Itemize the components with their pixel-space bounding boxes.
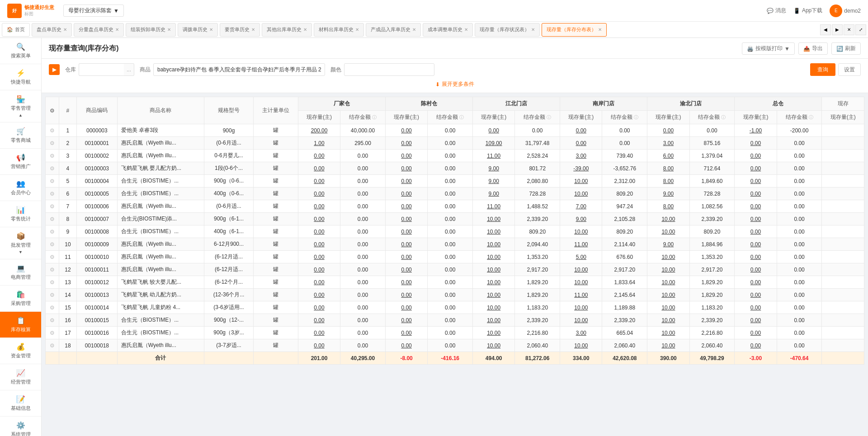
sidebar-item-basic[interactable]: 📝 基础信息 xyxy=(0,390,41,417)
cell-total-stock[interactable]: 0.00 xyxy=(735,251,777,263)
close-icon[interactable]: ✕ xyxy=(209,27,213,32)
cell-cl-stock[interactable]: 0.00 xyxy=(385,124,427,137)
cell-yb-stock[interactable]: 6.00 xyxy=(647,150,689,162)
cell-cl-stock[interactable]: 0.00 xyxy=(385,289,427,301)
cell-fk-stock[interactable]: 0.00 xyxy=(298,188,340,200)
sidebar-item-ecommerce[interactable]: 💻 电商管理 xyxy=(0,259,41,286)
sidebar-item-finance[interactable]: 💰 资金管理 xyxy=(0,338,41,364)
close-icon[interactable]: ✕ xyxy=(303,27,307,32)
cell-yb-stock[interactable]: 9.00 xyxy=(647,238,689,251)
tab-assembly[interactable]: 组装拆卸单历史 ✕ xyxy=(126,23,176,37)
tab-material-out[interactable]: 材料出库单历史 ✕ xyxy=(314,23,364,37)
cell-jb-stock[interactable]: 11.00 xyxy=(473,200,515,213)
cell-cl-stock[interactable]: 0.00 xyxy=(385,327,427,339)
cell-yb-stock[interactable]: 9.00 xyxy=(647,188,689,200)
cell-yb-stock[interactable]: 10.00 xyxy=(647,263,689,276)
cell-total-stock[interactable]: 0.00 xyxy=(735,263,777,276)
cell-total-stock[interactable]: 0.00 xyxy=(735,327,777,339)
cell-fk-stock[interactable]: 0.00 xyxy=(298,238,340,251)
close-icon[interactable]: ✕ xyxy=(598,27,602,32)
cell-jb-stock[interactable]: 10.00 xyxy=(473,238,515,251)
tab-stock-dist[interactable]: 现存量（库存分布表） ✕ xyxy=(542,23,607,37)
cell-yb-stock[interactable]: 8.00 xyxy=(647,175,689,188)
cell-cl-stock[interactable]: 0.00 xyxy=(385,188,427,200)
cell-na-stock[interactable]: 9.00 xyxy=(560,213,602,225)
cell-yb-stock[interactable]: 10.00 xyxy=(647,289,689,301)
tab-expand-btn[interactable]: ⤢ xyxy=(855,24,866,35)
user-menu[interactable]: E demo2 xyxy=(830,5,861,17)
cell-yb-stock[interactable]: 8.00 xyxy=(647,200,689,213)
sidebar-item-nav[interactable]: ⚡ 快捷导航 xyxy=(0,64,41,90)
cell-jb-stock[interactable]: 9.00 xyxy=(473,188,515,200)
cell-na-stock[interactable]: 10.00 xyxy=(560,263,602,276)
tab-close-all-btn[interactable]: ✕ xyxy=(844,24,854,35)
cell-na-stock[interactable]: 10.00 xyxy=(560,314,602,327)
cell-total-stock[interactable]: 0.00 xyxy=(735,213,777,225)
close-icon[interactable]: ✕ xyxy=(412,27,416,32)
cell-fk-stock[interactable]: 1.00 xyxy=(298,137,340,150)
sidebar-item-wholesale[interactable]: 📦 批发管理 ▼ xyxy=(0,227,41,259)
export-btn[interactable]: 📤 导出 xyxy=(798,42,828,55)
cell-jb-stock[interactable]: 10.00 xyxy=(473,339,515,352)
cell-yb-stock[interactable]: 0.00 xyxy=(647,124,689,137)
cell-jb-stock[interactable]: 10.00 xyxy=(473,301,515,314)
cell-fk-stock[interactable]: 0.00 xyxy=(298,150,340,162)
warehouse-search-btn[interactable]: ... xyxy=(124,63,134,76)
close-icon[interactable]: ✕ xyxy=(115,27,119,32)
cell-total-stock[interactable]: 0.00 xyxy=(735,137,777,150)
cell-na-stock[interactable]: 10.00 xyxy=(560,188,602,200)
cell-cl-stock[interactable]: 0.00 xyxy=(385,314,427,327)
cell-total-stock[interactable]: 0.00 xyxy=(735,175,777,188)
tab-cost-adjust[interactable]: 成本调整单历史 ✕ xyxy=(423,23,473,37)
cell-na-stock[interactable]: 10.00 xyxy=(560,175,602,188)
cell-na-stock[interactable]: 7.00 xyxy=(560,200,602,213)
cell-yb-stock[interactable]: 10.00 xyxy=(647,276,689,289)
sidebar-item-inventory[interactable]: 📋 库存核算 xyxy=(0,312,41,338)
cell-na-stock[interactable]: 0.00 xyxy=(560,137,602,150)
cell-total-stock[interactable]: 0.00 xyxy=(735,314,777,327)
cell-jb-stock[interactable]: 10.00 xyxy=(473,263,515,276)
cell-total-stock[interactable]: 0.00 xyxy=(735,200,777,213)
cell-jb-stock[interactable]: 0.00 xyxy=(473,124,515,137)
cell-cl-stock[interactable]: 0.00 xyxy=(385,301,427,314)
message-btn[interactable]: 💬 消息 xyxy=(767,7,786,14)
tab-prev-btn[interactable]: ◀ xyxy=(820,24,831,35)
cell-total-stock[interactable]: 0.00 xyxy=(735,150,777,162)
cell-na-stock[interactable]: 10.00 xyxy=(560,339,602,352)
color-input[interactable] xyxy=(344,63,434,76)
cell-fk-stock[interactable]: 0.00 xyxy=(298,301,340,314)
cell-total-stock[interactable]: 0.00 xyxy=(735,301,777,314)
cell-yb-stock[interactable]: 3.00 xyxy=(647,137,689,150)
cell-na-stock[interactable]: 10.00 xyxy=(560,301,602,314)
cell-total-stock[interactable]: 0.00 xyxy=(735,238,777,251)
cell-na-stock[interactable]: 10.00 xyxy=(560,276,602,289)
cell-total-stock[interactable]: 0.00 xyxy=(735,162,777,175)
cell-total-stock[interactable]: 0.00 xyxy=(735,289,777,301)
cell-cl-stock[interactable]: 0.00 xyxy=(385,200,427,213)
cell-fk-stock[interactable]: 0.00 xyxy=(298,263,340,276)
cell-cl-stock[interactable]: 0.00 xyxy=(385,225,427,238)
close-icon[interactable]: ✕ xyxy=(63,27,67,32)
cell-fk-stock[interactable]: 0.00 xyxy=(298,251,340,263)
industry-dropdown[interactable]: 母婴行业演示陈套 ▼ xyxy=(63,5,124,17)
cell-fk-stock[interactable]: 0.00 xyxy=(298,289,340,301)
cell-cl-stock[interactable]: 0.00 xyxy=(385,251,427,263)
cell-cl-stock[interactable]: 0.00 xyxy=(385,276,427,289)
cell-fk-stock[interactable]: 0.00 xyxy=(298,213,340,225)
cell-na-stock[interactable]: 3.00 xyxy=(560,327,602,339)
tab-inventory2[interactable]: 分量盘点单历史 ✕ xyxy=(74,23,124,37)
cell-jb-stock[interactable]: 10.00 xyxy=(473,213,515,225)
sidebar-item-ops[interactable]: 📈 经营管理 xyxy=(0,364,41,390)
sidebar-item-retail[interactable]: 🏪 零售管理 ▲ xyxy=(0,90,41,122)
cell-yb-stock[interactable]: 10.00 xyxy=(647,301,689,314)
cell-jb-stock[interactable]: 9.00 xyxy=(473,162,515,175)
settings-btn[interactable]: 设置 xyxy=(838,63,861,76)
cell-fk-stock[interactable]: 0.00 xyxy=(298,327,340,339)
tab-home[interactable]: 🏠 首页 xyxy=(2,23,30,37)
tab-stock-status[interactable]: 现存量（库存状况表） ✕ xyxy=(475,23,540,37)
cell-fk-stock[interactable]: 0.00 xyxy=(298,276,340,289)
cell-total-stock[interactable]: 0.00 xyxy=(735,225,777,238)
cell-total-stock[interactable]: 0.00 xyxy=(735,339,777,352)
cell-jb-stock[interactable]: 10.00 xyxy=(473,314,515,327)
cell-yb-stock[interactable]: 10.00 xyxy=(647,251,689,263)
